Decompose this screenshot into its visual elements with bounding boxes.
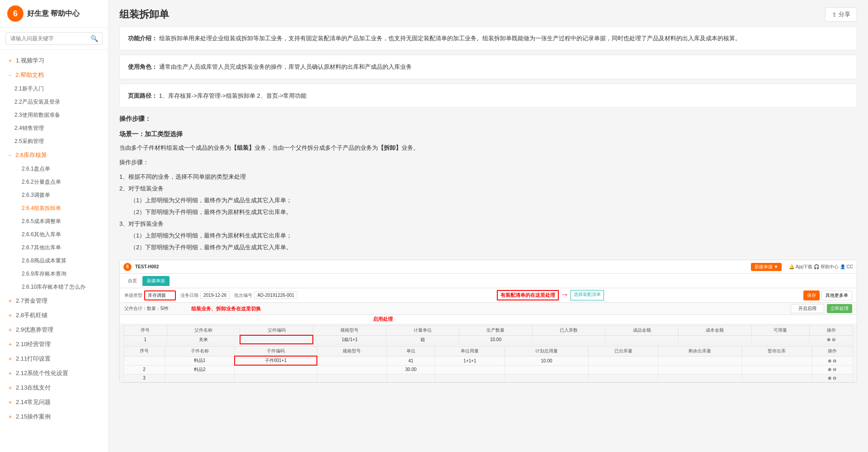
step2: 2、对于组装业务 — [119, 183, 857, 195]
sidebar-item-newcomer[interactable]: 2.1新手入门 — [0, 82, 108, 95]
app-tab-home[interactable]: 自页 — [123, 276, 142, 286]
app-date-value[interactable]: 2019-12-26 — [200, 291, 230, 299]
sidebar-item-transfer[interactable]: 2.6.3调拨单 — [0, 189, 108, 202]
minus-icon: － — [7, 71, 13, 79]
search-input[interactable] — [5, 32, 103, 45]
sidebar-item-stocktake[interactable]: 2.6.1盘点单 — [0, 162, 108, 176]
step2-1: （1）上部明细为父件明细，最终作为产成品生成其它入库单； — [119, 195, 857, 206]
table-row: 4⊕ ⊖ — [124, 382, 853, 382]
table-row: 3⊕ ⊖ — [124, 374, 853, 382]
annotation-a3: 启用处理 — [373, 316, 393, 322]
annotation-a2: 组装业务、拆卸业务在这里切换 — [191, 305, 261, 312]
sidebar-item-other-in[interactable]: 2.6.6其他入库单 — [0, 228, 108, 241]
col-spec: 规格型号 — [313, 326, 386, 336]
col-qty: 生产数量 — [459, 326, 533, 336]
scene1-desc: 当由多个子件材料组装成一个成品的业务为【组装】业务，当由一个父件拆分成多个子产品… — [119, 142, 857, 154]
sidebar-item-stock-query[interactable]: 2.6.9库存账本查询 — [0, 267, 108, 281]
sub-col-temp: 暂存出库 — [742, 347, 811, 357]
sidebar-header: 6 好生意 帮助中心 — [0, 0, 108, 28]
sub-col-unit-use: 单位用量 — [435, 347, 505, 357]
search-icon[interactable]: 🔍 — [90, 35, 98, 42]
app-annotation3-area: 启用处理 — [120, 315, 857, 324]
plus-icon-4: ＋ — [7, 326, 13, 334]
sidebar-item-pay[interactable]: ＋ 2.13在线支付 — [0, 381, 108, 395]
sidebar-item-inventory[interactable]: － 2.6库存核算 — [0, 148, 108, 162]
share-icon: ⇪ — [832, 11, 837, 18]
role-text: 通常由生产人员或库管人员完成拆装业务的操作，库管人员确认原材料的出库和产成品的入… — [159, 63, 412, 70]
search-box: 🔍 — [0, 28, 108, 50]
sidebar-item-print[interactable]: ＋ 2.11打印设置 — [0, 352, 108, 366]
screenshot-inner: 6 TEST-H002 新建单据 ▼ 🔔 App下载 🎧 帮助中心 👤 CC 自… — [120, 260, 857, 382]
app-annotation-area: 有装配清单的在这里处理 → 选择装配清单 — [302, 290, 799, 300]
app-sub-table-area: 无固定清单可以直接在这里录入 序号 子件名称 子件编码 规格型号 单位 — [120, 346, 857, 382]
app-save-btn[interactable]: 保存 — [803, 290, 820, 300]
sidebar-item-other-out[interactable]: 2.6.7其他出库单 — [0, 241, 108, 254]
table-row: 料品1 子件001+1 41 1+1+1 10.00 ⊕ ⊖ — [124, 356, 853, 365]
sub-col-name: 子件名称 — [165, 347, 235, 357]
plus-icon-3: ＋ — [7, 311, 13, 319]
sidebar-item-mobile[interactable]: ＋ 2.8手机旺铺 — [0, 308, 108, 323]
nav-tree: ＋ 1.视频学习 － 2.帮助文档 2.1新手入门 2.2产品安装及登录 2.3… — [0, 50, 108, 452]
app-confirm-btn[interactable]: 立即处理 — [827, 304, 852, 313]
role-label: 使用角色： — [128, 63, 157, 70]
page-title: 组装拆卸单 — [119, 8, 169, 21]
sub-col-unit: 单位 — [387, 347, 435, 357]
sidebar-item-assembly[interactable]: 2.6.4组装拆卸单 — [0, 202, 108, 215]
sidebar-item-cost-adjust[interactable]: 2.6.5成本调整单 — [0, 215, 108, 228]
col-action: 操作 — [810, 326, 853, 336]
sidebar-item-case[interactable]: ＋ 2.15操作案例 — [0, 409, 108, 424]
app-new-order-btn[interactable]: 新建单据 ▼ — [751, 263, 782, 271]
path-block: 页面路径： 1、库存核算->库存管理->组装拆卸单 2、首页->常用功能 — [119, 84, 857, 108]
app-ordertype-value[interactable]: 库存调拨 — [144, 290, 176, 300]
app-batchno-value[interactable]: AD-20191226-001 — [254, 291, 297, 299]
sidebar-item-partial-stocktake[interactable]: 2.6.2分量盘点单 — [0, 176, 108, 189]
app-subheader: 父件合计：数量：5/件 组装业务、拆卸业务在这里切换 开启启用 立即处理 — [120, 303, 857, 315]
minus-icon-2: － — [7, 152, 13, 159]
sub-col-spec: 规格型号 — [317, 347, 387, 357]
plus-icon-7: ＋ — [7, 369, 13, 377]
app-top-table-area: 序号 父件名称 父件编码 规格型号 计量单位 生产数量 已入库数 成品金额 成本… — [120, 324, 857, 346]
scene1-title: 场景一：加工类型选择 — [119, 130, 857, 138]
col-parent-code: 父件编码 — [240, 326, 313, 336]
sidebar-item-install[interactable]: 2.2产品安装及登录 — [0, 95, 108, 109]
app-tab-active[interactable]: 新建单据 — [142, 276, 170, 286]
sidebar-item-ops[interactable]: ＋ 2.10经营管理 — [0, 337, 108, 352]
col-seq: 序号 — [124, 326, 167, 336]
sidebar-item-data-prep[interactable]: 2.3使用前数据准备 — [0, 109, 108, 122]
ops-title: 操作步骤： — [119, 115, 857, 123]
sub-col-code: 子件编码 — [235, 347, 317, 357]
sidebar-item-funds[interactable]: ＋ 2.7资金管理 — [0, 294, 108, 308]
intro-block: 功能介绍： 组装拆卸单用来处理企业组装或拆卸等加工业务，支持有固定装配清单的产品… — [119, 26, 857, 50]
sidebar-item-sales[interactable]: 2.4销售管理 — [0, 122, 108, 135]
sidebar-item-cost-recalc[interactable]: 2.6.8商品成本重算 — [0, 254, 108, 267]
app-btn-select-bom[interactable]: 选择装配清单 — [571, 290, 604, 300]
screenshot-container: 6 TEST-H002 新建单据 ▼ 🔔 App下载 🎧 帮助中心 👤 CC 自… — [119, 260, 857, 383]
share-button[interactable]: ⇪ 分享 — [825, 7, 857, 22]
app-form-row1: 单据类型 库存调拨 业务日期 2019-12-26 批次编号 AD-201912… — [120, 288, 857, 303]
sidebar-item-stock-wrong[interactable]: 2.6.10库存账本错了怎么办 — [0, 281, 108, 294]
table-row: 2 料品2 30.00 ⊕ — [124, 365, 853, 374]
plus-icon-9: ＋ — [7, 398, 13, 406]
col-cost-amt: 成本金额 — [679, 326, 752, 336]
app-cancel-btn[interactable]: 其他更多单 — [821, 290, 852, 300]
sidebar-item-purchase[interactable]: 2.5采购管理 — [0, 135, 108, 148]
app-icons-area: 🔔 App下载 🎧 帮助中心 👤 CC — [789, 264, 853, 270]
path-text: 1、库存核算->库存管理->组装拆卸单 2、首页->常用功能 — [159, 92, 307, 99]
sidebar-item-help[interactable]: － 2.帮助文档 — [0, 68, 108, 82]
sidebar-item-custom[interactable]: ＋ 2.12系统个性化设置 — [0, 366, 108, 381]
sidebar-item-help-label: 2.帮助文档 — [15, 71, 44, 79]
app-sub-table: 序号 子件名称 子件编码 规格型号 单位 单位用量 计划总用量 已出库量 剩余出… — [123, 346, 853, 382]
sub-col-seq: 序号 — [124, 347, 165, 357]
sidebar-item-faq[interactable]: ＋ 2.14常见问题 — [0, 395, 108, 409]
sidebar-item-video[interactable]: ＋ 1.视频学习 — [0, 53, 108, 68]
annotation-a1: 有装配清单的在这里处理 — [497, 290, 559, 300]
sidebar-item-video-label: 1.视频学习 — [16, 57, 44, 65]
col-product-amt: 成品金额 — [605, 326, 679, 336]
sidebar-item-coupon[interactable]: ＋ 2.9优惠券管理 — [0, 323, 108, 337]
plus-icon-10: ＋ — [7, 413, 13, 421]
plus-icon: ＋ — [7, 57, 13, 65]
logo-icon: 6 — [7, 5, 24, 22]
content-body: 功能介绍： 组装拆卸单用来处理企业组装或拆卸等加工业务，支持有固定装配清单的产品… — [108, 26, 868, 394]
app-field-batchno: 批次编号 AD-20191226-001 — [234, 291, 297, 299]
table-row: 1 关米 1箱/1+1 箱 10.00 — [124, 335, 853, 344]
